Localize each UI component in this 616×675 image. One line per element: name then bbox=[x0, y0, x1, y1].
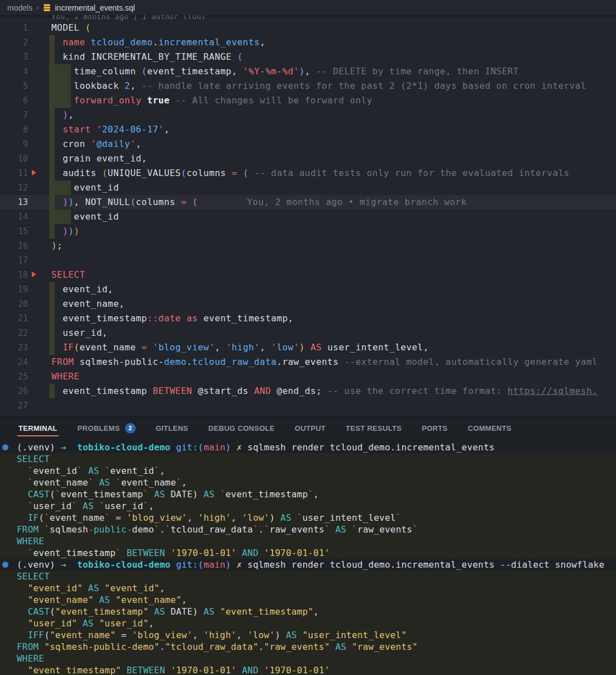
code-token bbox=[249, 168, 254, 178]
line-number: 15 bbox=[0, 224, 28, 239]
code-token: , bbox=[313, 606, 319, 617]
code-token: IF bbox=[63, 342, 74, 353]
editor-line[interactable]: 21 event_timestamp::date as event_timest… bbox=[0, 311, 616, 326]
breadcrumb-folder[interactable]: models bbox=[7, 3, 32, 12]
line-number: 2 bbox=[0, 35, 28, 50]
panel-tab-ports[interactable]: PORTS bbox=[422, 417, 447, 439]
code-token: , bbox=[160, 465, 165, 476]
code-text: FROM sqlmesh-public-demo.tcloud_raw_data… bbox=[51, 355, 598, 369]
editor-line[interactable]: 15 ))) bbox=[0, 224, 616, 239]
editor-line[interactable]: 8 start '2024-06-17', bbox=[0, 122, 616, 137]
code-token bbox=[170, 559, 176, 570]
code-token bbox=[17, 665, 28, 675]
code-text: start '2024-06-17', bbox=[51, 122, 170, 137]
terminal-command-line: (.venv) → tobiko-cloud-demo git:(main) ✗… bbox=[0, 559, 616, 571]
code-token: time_column bbox=[51, 66, 141, 77]
code-token: raw_events bbox=[357, 524, 412, 535]
editor-line[interactable]: 11 audits (UNIQUE_VALUES(columns = ( -- … bbox=[0, 166, 616, 180]
editor-line[interactable]: 5 lookback 2, -- handle late arriving ev… bbox=[0, 79, 616, 93]
editor-line[interactable]: 16); bbox=[0, 239, 616, 253]
code-token: event_timestamp bbox=[51, 313, 147, 324]
code-token bbox=[121, 548, 127, 558]
code-token: 'low' bbox=[247, 630, 275, 640]
editor-line[interactable]: 26 event_timestamp BETWEEN @start_ds AND… bbox=[0, 384, 616, 398]
editor-line[interactable]: 25WHERE bbox=[0, 369, 616, 384]
code-editor[interactable]: You, 2 months ago | 1 author (You) 1MODE… bbox=[0, 15, 616, 416]
panel-tab-comments[interactable]: COMMENTS bbox=[468, 417, 512, 439]
code-token: = bbox=[141, 342, 147, 353]
code-token bbox=[99, 583, 105, 593]
code-token: AS bbox=[203, 606, 214, 617]
editor-line[interactable]: 22 user_id, bbox=[0, 326, 616, 340]
code-token: "user_id" bbox=[28, 618, 78, 629]
code-token: , bbox=[164, 124, 170, 135]
code-token: (.venv) bbox=[17, 559, 61, 570]
code-token: . bbox=[259, 641, 264, 652]
panel-tab-output[interactable]: OUTPUT bbox=[295, 417, 326, 439]
editor-line[interactable]: 2 name tcloud_demo.incremental_events, bbox=[0, 35, 616, 50]
code-token: ( bbox=[243, 168, 249, 178]
code-token: ( bbox=[237, 51, 243, 62]
code-token: ` bbox=[143, 501, 149, 511]
code-token: -- data audit tests only run for the eva… bbox=[254, 168, 570, 178]
panel-tab-gitlens[interactable]: GITLENS bbox=[156, 417, 188, 439]
code-token: ` bbox=[165, 524, 171, 535]
code-token bbox=[17, 489, 28, 500]
editor-line[interactable]: 18SELECT bbox=[0, 268, 616, 282]
editor-line[interactable]: 20 event_name, bbox=[0, 297, 616, 311]
editor-line[interactable]: 17 bbox=[0, 253, 616, 268]
editor-line[interactable]: 23 IF(event_name = 'blog_view', 'high', … bbox=[0, 340, 616, 355]
code-token: user_id bbox=[104, 501, 143, 511]
editor-line[interactable]: 1MODEL ( bbox=[0, 21, 616, 35]
command-decoration-icon[interactable] bbox=[2, 444, 8, 450]
panel-tab-problems[interactable]: PROBLEMS2 bbox=[78, 417, 136, 439]
code-token: = bbox=[181, 197, 187, 207]
panel-tab-terminal[interactable]: TERMINAL bbox=[18, 417, 58, 439]
code-token: CAST bbox=[28, 489, 50, 500]
editor-line[interactable]: 13 )), NOT_NULL(columns = (You, 2 months… bbox=[0, 195, 616, 210]
code-token: demo bbox=[132, 524, 154, 535]
editor-line[interactable]: 24FROM sqlmesh-public-demo.tcloud_raw_da… bbox=[0, 355, 616, 369]
panel-tab-test-results[interactable]: TEST RESULTS bbox=[346, 417, 402, 439]
code-token: ) bbox=[63, 197, 68, 207]
problems-count-badge: 2 bbox=[125, 423, 136, 434]
code-token: event_timestamp, bbox=[198, 313, 293, 324]
code-token: BETWEEN bbox=[153, 386, 193, 396]
editor-line[interactable]: 19 event_id, bbox=[0, 282, 616, 297]
code-token: AS bbox=[154, 606, 165, 617]
code-token bbox=[187, 197, 192, 207]
code-token bbox=[330, 641, 336, 652]
code-token bbox=[170, 95, 175, 106]
command-decoration-icon[interactable] bbox=[2, 562, 8, 568]
code-token: , NOT_NULL bbox=[74, 197, 130, 207]
editor-line[interactable]: 4 time_column (event_timestamp, '%Y-%m-%… bbox=[0, 64, 616, 79]
code-token bbox=[181, 313, 187, 324]
code-token bbox=[17, 595, 28, 605]
editor-line[interactable]: 7 ), bbox=[0, 108, 616, 122]
code-token: AS bbox=[83, 501, 94, 511]
editor-line[interactable]: 6 forward_only true -- All changes will … bbox=[0, 93, 616, 108]
editor-line[interactable]: 9 cron '@daily', bbox=[0, 137, 616, 151]
change-marker-icon bbox=[32, 170, 36, 175]
editor-line[interactable]: 3 kind INCREMENTAL_BY_TIME_RANGE ( bbox=[0, 50, 616, 64]
code-text: name tcloud_demo.incremental_events, bbox=[51, 35, 265, 50]
editor-line[interactable]: 14 event_id bbox=[0, 210, 616, 224]
code-token: "raw_events" bbox=[264, 641, 330, 652]
code-token: sqlmesh-public- bbox=[74, 356, 164, 367]
code-token: ) bbox=[74, 226, 79, 236]
code-token bbox=[214, 489, 220, 500]
breadcrumb-filename[interactable]: incremental_events.sql bbox=[55, 3, 135, 12]
editor-line[interactable]: 27 bbox=[0, 398, 616, 413]
editor-line[interactable]: 12 event_id bbox=[0, 180, 616, 195]
code-token: "event_id" bbox=[104, 583, 159, 593]
terminal-output[interactable]: (.venv) → tobiko-cloud-demo git:(main) ✗… bbox=[0, 439, 616, 675]
code-token: ) bbox=[275, 630, 286, 640]
code-token: ` bbox=[264, 524, 270, 535]
code-token: FROM bbox=[17, 641, 39, 652]
editor-line[interactable]: 10 grain event_id, bbox=[0, 151, 616, 166]
code-token bbox=[236, 548, 242, 558]
code-token: ( bbox=[181, 168, 187, 178]
code-text: event_timestamp::date as event_timestamp… bbox=[51, 311, 294, 326]
panel-tab-debug-console[interactable]: DEBUG CONSOLE bbox=[208, 417, 275, 439]
line-number: 11 bbox=[0, 166, 28, 180]
